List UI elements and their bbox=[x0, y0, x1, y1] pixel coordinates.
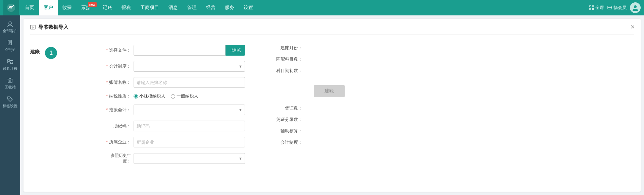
nav-customers[interactable]: 客户 bbox=[39, 0, 58, 15]
memo-code-row: 助记码： bbox=[104, 121, 245, 131]
ledger-name-label: * 账簿名称： bbox=[104, 79, 131, 85]
radio-general-taxpayer[interactable]: 一般纳税人 bbox=[171, 93, 198, 99]
nav-messages[interactable]: 消息 bbox=[164, 0, 183, 15]
sidebar-label-customers: 全部客户 bbox=[3, 28, 17, 34]
svg-point-1 bbox=[10, 7, 12, 8]
accounting-system-select-wrap: ▼ bbox=[134, 61, 245, 72]
info-match-subjects-row: 匹配科目数： bbox=[272, 56, 386, 62]
form-main: * 选择文件： +浏览 * 会计制度： bbox=[104, 45, 245, 164]
assign-accountant-row: * 指派会计： ▼ bbox=[104, 105, 245, 115]
panel-title: 导爷数据导入 bbox=[38, 24, 68, 30]
nav-tax[interactable]: 报税 bbox=[117, 0, 136, 15]
member-button[interactable]: 畅会员 bbox=[607, 5, 627, 11]
sidebar-label-tags: 标签设置 bbox=[3, 104, 17, 109]
radio-general-input[interactable] bbox=[171, 94, 175, 99]
svg-rect-3 bbox=[592, 6, 594, 7]
form-layout: 建账 1 * 选择文件： +浏览 bbox=[30, 42, 634, 168]
accountant-select-wrap: ▼ bbox=[134, 105, 245, 115]
transfer-icon bbox=[7, 58, 13, 65]
file-input-wrap: +浏览 bbox=[134, 45, 245, 56]
fullscreen-button[interactable]: 全屏 bbox=[589, 5, 604, 11]
info-subjects-init-row: 科目期初数： bbox=[272, 68, 386, 74]
file-label: * 选择文件： bbox=[104, 47, 131, 53]
form-divider bbox=[252, 45, 252, 164]
history-year-select[interactable] bbox=[134, 153, 245, 164]
nav-services[interactable]: 服务 bbox=[220, 0, 239, 15]
tax-type-row: * 纳税性质： 小规模纳税人 一般纳税人 bbox=[104, 93, 245, 99]
accounting-system-select[interactable] bbox=[134, 61, 245, 72]
sidebar-label-zero-report: 0申报 bbox=[5, 47, 15, 52]
nav-business[interactable]: 工商项目 bbox=[136, 0, 164, 15]
nav-fees[interactable]: 收费 bbox=[58, 0, 77, 15]
nav-settings[interactable]: 设置 bbox=[239, 0, 258, 15]
history-year-row: 参照历史年度： ▼ bbox=[104, 153, 245, 164]
info-accounting-system-row: 会计制度： bbox=[272, 139, 386, 145]
create-account-button[interactable]: 建账 bbox=[314, 85, 345, 97]
info-match-label: 匹配科目数： bbox=[272, 56, 302, 62]
step-badge: 1 bbox=[45, 47, 57, 59]
assign-accountant-label: * 指派会计： bbox=[104, 107, 131, 113]
info-vouchers-row: 凭证数： bbox=[272, 105, 386, 111]
nav-bookkeeping[interactable]: 记账 bbox=[98, 0, 117, 15]
info-system-label: 会计制度： bbox=[272, 139, 302, 145]
panel-header: 导爷数据导入 bbox=[30, 24, 634, 35]
close-button[interactable]: × bbox=[631, 23, 635, 30]
company-row: * 所属企业： bbox=[104, 137, 245, 147]
memo-code-label: 助记码： bbox=[104, 123, 131, 129]
svg-point-8 bbox=[634, 5, 637, 8]
info-month-label: 建账月份： bbox=[272, 45, 302, 51]
sidebar-item-all-customers[interactable]: 全部客户 bbox=[0, 18, 20, 36]
svg-rect-15 bbox=[10, 62, 13, 64]
radio-small-taxpayer[interactable]: 小规模纳税人 bbox=[134, 93, 165, 99]
svg-rect-4 bbox=[590, 8, 591, 10]
info-month-row: 建账月份： bbox=[272, 45, 386, 51]
nav-manage[interactable]: 管理 bbox=[183, 0, 201, 15]
user-icon bbox=[7, 21, 13, 27]
nav-home[interactable]: 首页 bbox=[20, 0, 39, 15]
browse-button[interactable]: +浏览 bbox=[226, 45, 245, 56]
tag-icon bbox=[7, 96, 13, 103]
top-navigation: 首页 客户 收费 票据 new 记账 报税 工商项目 消息 管理 经营 服务 设… bbox=[0, 0, 644, 15]
file-text-input[interactable] bbox=[134, 45, 226, 56]
svg-point-20 bbox=[9, 98, 10, 99]
step-indicator: 建账 1 bbox=[30, 45, 104, 164]
info-aux-accounting-row: 辅助核算： bbox=[272, 128, 386, 134]
sidebar-label-transfer: 账套迁移 bbox=[3, 66, 17, 71]
nav-operations[interactable]: 经营 bbox=[201, 0, 220, 15]
accounting-system-label: * 会计制度： bbox=[104, 63, 131, 69]
step-label: 建账 bbox=[30, 49, 40, 55]
info-vouchers-label: 凭证数： bbox=[272, 105, 302, 111]
new-badge: new bbox=[88, 2, 97, 7]
nav-bills[interactable]: 票据 new bbox=[77, 0, 98, 15]
sidebar-item-zero-report[interactable]: 0申报 bbox=[0, 37, 20, 55]
info-subjects-init-label: 科目期初数： bbox=[272, 68, 302, 74]
app-logo[interactable] bbox=[3, 0, 19, 15]
accountant-select[interactable] bbox=[134, 105, 245, 115]
ledger-name-input[interactable] bbox=[134, 77, 245, 88]
import-icon bbox=[30, 25, 36, 30]
page-panel: 导爷数据导入 × 建账 1 * 选择文件： bbox=[23, 19, 641, 192]
sidebar-label-recycle: 回收站 bbox=[5, 85, 16, 90]
sidebar-item-tag-settings[interactable]: 标签设置 bbox=[0, 93, 20, 111]
sidebar: 全部客户 0申报 账套迁移 bbox=[0, 15, 20, 195]
radio-general-label: 一般纳税人 bbox=[177, 93, 198, 99]
memo-code-input[interactable] bbox=[134, 121, 245, 131]
form-right: 建账月份： 匹配科目数： 科目期初数： 建账 bbox=[259, 45, 386, 164]
radio-small-input[interactable] bbox=[134, 94, 138, 99]
tax-type-label: * 纳税性质： bbox=[104, 93, 131, 99]
sidebar-item-account-transfer[interactable]: 账套迁移 bbox=[0, 56, 20, 74]
radio-small-label: 小规模纳税人 bbox=[139, 93, 165, 99]
member-label: 畅会员 bbox=[613, 5, 627, 11]
user-avatar[interactable] bbox=[630, 2, 641, 13]
svg-point-9 bbox=[9, 22, 11, 24]
main-layout: 全部客户 0申报 账套迁移 bbox=[0, 15, 644, 195]
file-row: * 选择文件： +浏览 bbox=[104, 45, 245, 56]
create-btn-row: 建账 bbox=[272, 82, 386, 97]
sidebar-item-recycle[interactable]: 回收站 bbox=[0, 74, 20, 92]
company-input[interactable] bbox=[134, 137, 245, 147]
accounting-system-row: * 会计制度： ▼ bbox=[104, 61, 245, 72]
file-icon bbox=[7, 40, 13, 46]
history-year-select-wrap: ▼ bbox=[134, 153, 245, 164]
svg-rect-14 bbox=[7, 60, 10, 61]
info-entries-label: 凭证分录数： bbox=[272, 117, 302, 123]
